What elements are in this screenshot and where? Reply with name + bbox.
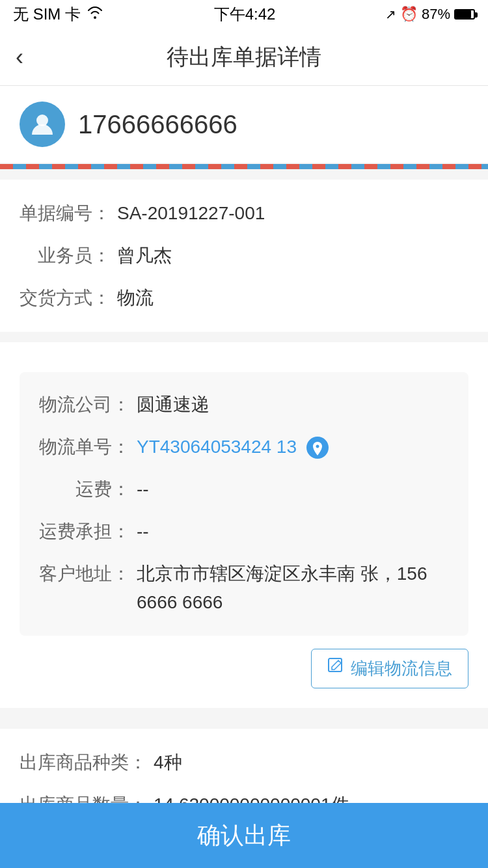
- goods-category-value: 4种: [154, 748, 468, 778]
- edit-logistics-button[interactable]: 编辑物流信息: [311, 649, 468, 688]
- page-title: 待出库单据详情: [167, 42, 321, 72]
- logistics-company-value: 圆通速递: [137, 390, 449, 420]
- tracking-no-row: 物流单号： YT43064053424 13: [39, 433, 449, 462]
- wifi-icon: [86, 5, 104, 23]
- time-text: 下午4:42: [214, 4, 276, 25]
- basic-info-section: 单据编号： SA-20191227-001 业务员： 曾凡杰 交货方式： 物流: [0, 180, 488, 332]
- freight-bearer-row: 运费承担： --: [39, 517, 449, 547]
- battery-icon: [454, 9, 475, 20]
- goods-category-row: 出库商品种类： 4种: [20, 748, 468, 778]
- edit-logistics-label: 编辑物流信息: [351, 657, 452, 680]
- user-header: 17666666666: [0, 86, 488, 163]
- carrier-text: 无 SIM 卡: [13, 4, 81, 25]
- edit-icon: [327, 657, 346, 680]
- freight-bearer-value: --: [137, 517, 449, 547]
- sales-person-value: 曾凡杰: [117, 241, 468, 271]
- edit-logistics-btn-container: 编辑物流信息: [20, 649, 468, 688]
- section-divider: [0, 708, 488, 718]
- dashed-divider: [0, 164, 488, 169]
- user-phone: 17666666666: [78, 110, 237, 139]
- logistics-company-row: 物流公司： 圆通速递: [39, 390, 449, 420]
- status-bar: 无 SIM 卡 下午4:42 ↗ ⏰ 87%: [0, 0, 488, 29]
- delivery-method-row: 交货方式： 物流: [20, 284, 468, 313]
- location-icon: ↗: [385, 7, 396, 22]
- delivery-method-label: 交货方式：: [20, 284, 111, 313]
- freight-value: --: [137, 475, 449, 504]
- order-no-label: 单据编号：: [20, 199, 111, 228]
- location-icon[interactable]: [305, 435, 331, 461]
- battery-text: 87%: [422, 6, 450, 23]
- order-no-value: SA-20191227-001: [117, 199, 468, 228]
- nav-bar: ‹ 待出库单据详情: [0, 29, 488, 86]
- sales-person-label: 业务员：: [20, 241, 111, 271]
- sales-person-row: 业务员： 曾凡杰: [20, 241, 468, 271]
- order-no-row: 单据编号： SA-20191227-001: [20, 199, 468, 228]
- address-value: 北京市市辖区海淀区永丰南 张，156 6666 6666: [137, 560, 449, 618]
- back-button[interactable]: ‹: [16, 44, 23, 71]
- confirm-label: 确认出库: [197, 820, 291, 852]
- status-right: ↗ ⏰ 87%: [385, 6, 475, 23]
- status-left: 无 SIM 卡: [13, 4, 104, 25]
- address-label: 客户地址：: [39, 560, 130, 589]
- address-row: 客户地址： 北京市市辖区海淀区永丰南 张，156 6666 6666: [39, 560, 449, 618]
- logistics-company-label: 物流公司：: [39, 390, 130, 420]
- tracking-no-label: 物流单号：: [39, 433, 130, 462]
- tracking-no-value: YT43064053424 13: [137, 433, 449, 462]
- delivery-method-value: 物流: [117, 284, 468, 313]
- freight-row: 运费： --: [39, 475, 449, 504]
- logistics-section: 物流公司： 圆通速递 物流单号： YT43064053424 13 运费： --…: [0, 342, 488, 708]
- freight-bearer-label: 运费承担：: [39, 517, 130, 547]
- freight-label: 运费：: [39, 475, 130, 504]
- avatar: [20, 102, 65, 147]
- logistics-card: 物流公司： 圆通速递 物流单号： YT43064053424 13 运费： --…: [20, 372, 468, 636]
- confirm-button[interactable]: 确认出库: [0, 803, 488, 868]
- goods-category-label: 出库商品种类：: [20, 748, 147, 778]
- alarm-icon: ⏰: [400, 6, 418, 23]
